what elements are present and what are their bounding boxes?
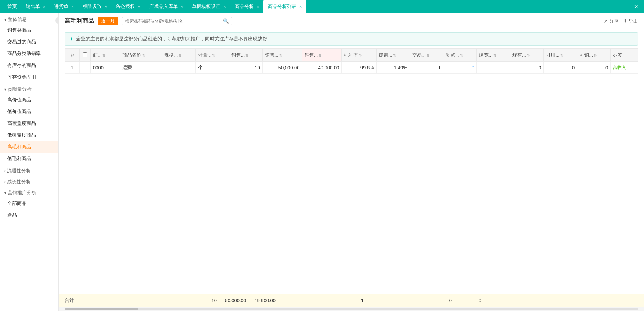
close-analysis[interactable]: × — [257, 4, 259, 9]
scrollbar-track — [65, 308, 638, 310]
th-settings[interactable]: ⚙ — [65, 49, 80, 62]
share-button[interactable]: ↗ 分享 — [604, 18, 619, 25]
nav-home[interactable]: 首页 — [3, 0, 21, 13]
sidebar-item-high-margin[interactable]: 高毛利商品 — [0, 141, 58, 153]
th-current[interactable]: 现有...⇅ — [510, 49, 544, 62]
nav-sales[interactable]: 销售单 × — [21, 0, 50, 13]
close-analysis-list[interactable]: × — [299, 4, 302, 9]
table-container: ⚙ 商...⇅ 商品名称⇅ 规格...⇅ 计量...⇅ 销售...⇅ 销售...… — [59, 48, 644, 171]
close-all-tabs[interactable]: × — [631, 3, 641, 11]
footer-available: 0 — [454, 298, 483, 303]
data-table: ⚙ 商...⇅ 商品名称⇅ 规格...⇅ 计量...⇅ 销售...⇅ 销售...… — [65, 48, 638, 74]
close-finished[interactable]: × — [181, 4, 183, 9]
scrollbar-thumb[interactable] — [65, 308, 138, 310]
sidebar-item-high-coverage[interactable]: 高覆盖度商品 — [0, 117, 58, 129]
td-current: 0 — [510, 62, 544, 74]
search-input[interactable] — [125, 19, 223, 24]
close-template[interactable]: × — [223, 4, 226, 9]
sidebar-item-new-goods[interactable]: 新品 — [0, 209, 58, 221]
search-icon[interactable]: 🔍 — [223, 18, 229, 24]
sidebar-item-stock-capital[interactable]: 库存资金占用 — [0, 71, 58, 83]
nav-role[interactable]: 角色授权 × — [111, 0, 144, 13]
content-area: 高毛利商品 近一月 🔍 ↗ 分享 ⬇ 导出 ✦ 企业的主要的利润都是这部分商品创… — [59, 13, 644, 311]
sort-icon-available: ⇅ — [560, 53, 563, 57]
sidebar-item-sales-goods[interactable]: 销售类商品 — [0, 24, 58, 36]
sort-icon-transactions: ⇅ — [427, 53, 429, 57]
group-growth[interactable]: › 成长性分析 — [0, 176, 58, 187]
sidebar-item-low-margin[interactable]: 低毛利商品 — [0, 153, 58, 164]
info-icon: ✦ — [69, 36, 74, 42]
sidebar-item-high-value[interactable]: 高价值商品 — [0, 94, 58, 106]
td-gross-rate: 99.8% — [342, 62, 376, 74]
close-permission[interactable]: × — [105, 4, 107, 9]
close-role[interactable]: × — [138, 4, 140, 9]
th-spec[interactable]: 规格...⇅ — [162, 49, 195, 62]
sort-icon-unit: ⇅ — [212, 53, 215, 57]
share-icon: ↗ — [604, 18, 608, 24]
close-sales[interactable]: × — [43, 4, 45, 9]
chevron-growth: › — [4, 180, 6, 184]
td-sales-qty: 10 — [229, 62, 262, 74]
sidebar-item-traded-goods[interactable]: 交易过的商品 — [0, 36, 58, 48]
row-checkbox[interactable] — [83, 65, 87, 69]
main-layout: « ▾ 整体信息 销售类商品 交易过的商品 商品分类助销率 有库存的商品 库存资… — [0, 13, 644, 311]
footer-label: 合计: — [65, 297, 94, 304]
top-nav: 首页 销售单 × 进货单 × 权限设置 × 角色授权 × 产成品入库单 × 单据… — [0, 0, 644, 13]
close-purchase[interactable]: × — [71, 4, 73, 9]
td-browse1[interactable]: 0 — [443, 62, 476, 74]
nav-permission[interactable]: 权限设置 × — [78, 0, 111, 13]
group-marketing[interactable]: ▾ 营销推广分析 — [0, 187, 58, 198]
group-contribution[interactable]: ▾ 贡献量分析 — [0, 83, 58, 94]
select-all-checkbox[interactable] — [83, 52, 87, 57]
footer-spacer7 — [395, 298, 425, 303]
content-spacer — [59, 171, 644, 294]
th-browse2[interactable]: 浏览...⇅ — [476, 49, 510, 62]
td-sales-amt1: 50,000.00 — [262, 62, 302, 74]
th-coverage[interactable]: 覆盖...⇅ — [376, 49, 410, 62]
td-row-checkbox[interactable] — [80, 62, 91, 74]
footer-spacer6 — [366, 298, 395, 303]
chevron-contribution: ▾ — [4, 87, 6, 91]
th-name[interactable]: 商品名称⇅ — [120, 49, 162, 62]
export-icon: ⬇ — [623, 18, 627, 24]
nav-analysis[interactable]: 商品分析 × — [230, 0, 263, 13]
sidebar-item-low-value[interactable]: 低价值商品 — [0, 106, 58, 117]
td-spec — [162, 62, 195, 74]
chevron-marketing: ▾ — [4, 191, 6, 195]
th-saleable[interactable]: 可销...⇅ — [577, 49, 611, 62]
th-sales-amt2[interactable]: 销售...⇅ — [302, 49, 342, 62]
group-overall[interactable]: ▾ 整体信息 — [0, 13, 58, 24]
group-liquidity[interactable]: › 流通性分析 — [0, 164, 58, 176]
th-code[interactable]: 商...⇅ — [91, 49, 120, 62]
nav-purchase[interactable]: 进货单 × — [50, 0, 78, 13]
sidebar-item-stock-goods[interactable]: 有库存的商品 — [0, 59, 58, 71]
th-checkbox[interactable] — [80, 49, 91, 62]
sort-icon-name: ⇅ — [142, 53, 145, 57]
sidebar-item-category-rate[interactable]: 商品分类助销率 — [0, 48, 58, 59]
th-sales-qty[interactable]: 销售...⇅ — [229, 49, 262, 62]
search-box: 🔍 — [122, 17, 232, 25]
chevron-liquidity: › — [4, 169, 6, 173]
sidebar-item-low-coverage[interactable]: 低覆盖度商品 — [0, 129, 58, 141]
sidebar-item-all-goods[interactable]: 全部商品 — [0, 198, 58, 209]
th-gross-rate[interactable]: 毛利率⇅ — [342, 49, 376, 62]
nav-template[interactable]: 单据模板设置 × — [187, 0, 230, 13]
sort-icon-saleable: ⇅ — [594, 53, 597, 57]
td-available: 0 — [544, 62, 577, 74]
date-filter-button[interactable]: 近一月 — [98, 17, 118, 25]
nav-analysis-list[interactable]: 商品分析列表 × — [263, 0, 306, 13]
td-row-num: 1 — [65, 62, 80, 74]
th-browse1[interactable]: 浏览...⇅ — [443, 49, 476, 62]
th-sales-amt1[interactable]: 销售...⇅ — [262, 49, 302, 62]
th-unit[interactable]: 计量...⇅ — [195, 49, 229, 62]
th-transactions[interactable]: 交易...⇅ — [410, 49, 443, 62]
th-available[interactable]: 可用...⇅ — [544, 49, 577, 62]
th-tag[interactable]: 标签 — [611, 49, 638, 62]
td-sales-amt2: 49,900.00 — [302, 62, 342, 74]
export-button[interactable]: ⬇ 导出 — [623, 18, 638, 25]
footer-sales-qty: 10 — [190, 298, 219, 303]
td-browse2 — [476, 62, 510, 74]
nav-finished[interactable]: 产成品入库单 × — [145, 0, 187, 13]
td-tag: 高收入 — [611, 62, 638, 74]
bottom-scrollbar — [59, 307, 644, 311]
